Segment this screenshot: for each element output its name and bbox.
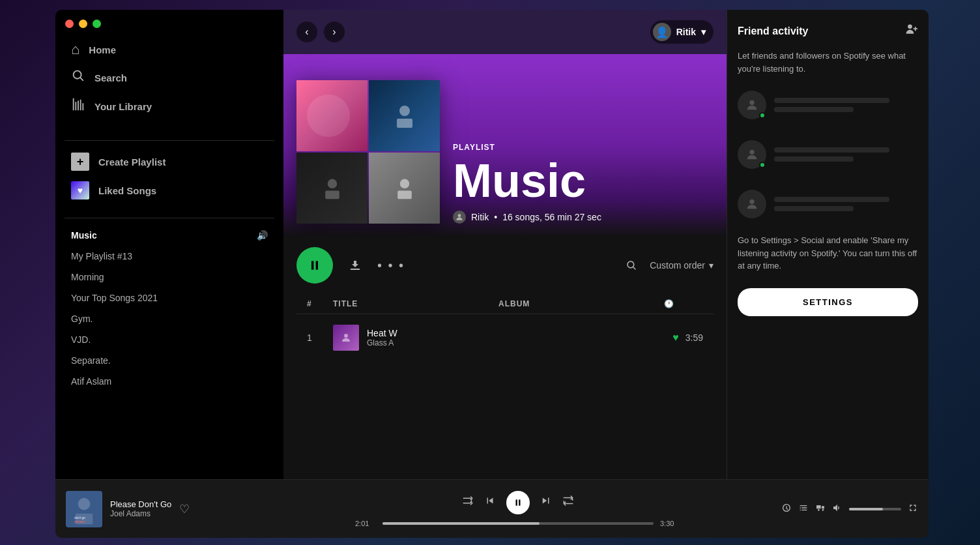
playlist-item-atif-label: Atif Aslam xyxy=(71,376,111,387)
progress-fill xyxy=(382,522,540,525)
friend-line-short-1 xyxy=(774,107,854,112)
previous-button[interactable] xyxy=(484,495,496,510)
liked-songs-item[interactable]: ♥ Liked Songs xyxy=(62,176,277,205)
queue-button[interactable] xyxy=(798,503,809,516)
playlist-item-music-right: 🔊 xyxy=(257,230,268,241)
sidebar-playlists: Music 🔊 My Playlist #13 Morning Your Top… xyxy=(55,225,283,479)
svg-point-11 xyxy=(749,100,754,105)
playlist-info: PLAYLIST Music Ritik • 16 songs, 56 min … xyxy=(453,143,713,224)
main-layout: ⌂ Home Search Your Library xyxy=(55,10,929,479)
col-title: TITLE xyxy=(333,299,498,308)
playlist-item-music-label: Music xyxy=(71,230,97,241)
playlist-item-music[interactable]: Music 🔊 xyxy=(62,225,277,246)
sidebar-item-search[interactable]: Search xyxy=(62,63,277,92)
svg-rect-22 xyxy=(822,506,824,508)
volume-button[interactable] xyxy=(832,503,843,516)
svg-rect-8 xyxy=(316,261,318,269)
playlist-item-gym-label: Gym. xyxy=(71,314,93,324)
friend-activity-header: Friend activity xyxy=(738,23,918,39)
playlist-item-gym[interactable]: Gym. xyxy=(62,308,277,329)
table-row[interactable]: 1 Heat W Glass A ♥ 3:59 xyxy=(296,319,713,356)
home-icon: ⌂ xyxy=(71,41,79,58)
nav-arrows: ‹ › xyxy=(296,22,345,42)
player-controls xyxy=(462,491,574,514)
more-options-button[interactable]: • • • xyxy=(377,258,405,273)
user-avatar: 👤 xyxy=(653,23,671,41)
maximize-button[interactable] xyxy=(93,20,101,28)
close-button[interactable] xyxy=(65,20,74,28)
svg-text:don't go: don't go xyxy=(74,516,85,520)
next-button[interactable] xyxy=(540,495,552,510)
progress-bar[interactable]: 2:01 3:30 xyxy=(355,520,681,527)
minimize-button[interactable] xyxy=(79,20,87,28)
search-tracks-button[interactable] xyxy=(620,254,643,277)
volume-slider[interactable] xyxy=(849,508,901,510)
cover-cell-2 xyxy=(369,80,440,151)
traffic-lights xyxy=(65,20,101,28)
user-name: Ritik xyxy=(676,27,696,37)
user-menu[interactable]: 👤 Ritik ▾ xyxy=(650,20,713,44)
playlist-item-morning[interactable]: Morning xyxy=(62,267,277,287)
cover-cell-3 xyxy=(296,153,368,224)
sidebar-item-library-label: Your Library xyxy=(94,101,152,112)
friend-line-short-3 xyxy=(774,206,854,211)
friend-lines-1 xyxy=(774,98,918,112)
cover-cell-1 xyxy=(296,80,368,151)
playlist-item-13[interactable]: My Playlist #13 xyxy=(62,246,277,267)
col-album: ALBUM xyxy=(498,299,664,308)
svg-point-10 xyxy=(908,25,912,29)
fullscreen-button[interactable] xyxy=(908,503,918,516)
sidebar-item-home[interactable]: ⌂ Home xyxy=(62,36,277,63)
player-bar: please don't go Please Don't Go Joel Ada… xyxy=(55,479,929,538)
sidebar-item-search-label: Search xyxy=(94,72,127,83)
playlist-play-button[interactable] xyxy=(296,247,333,284)
friend-activity-description: Let friends and followers on Spotify see… xyxy=(738,50,918,75)
create-playlist-item[interactable]: + Create Playlist xyxy=(62,147,277,176)
svg-rect-20 xyxy=(519,499,520,505)
play-pause-button[interactable] xyxy=(506,491,530,514)
track-artist: Glass A xyxy=(367,338,397,347)
track-thumbnail xyxy=(333,325,359,351)
playlist-item-top-songs[interactable]: Your Top Songs 2021 xyxy=(62,287,277,308)
forward-button[interactable]: › xyxy=(324,22,345,42)
svg-point-24 xyxy=(822,509,824,511)
friend-lines-2 xyxy=(774,147,918,162)
lyrics-button[interactable] xyxy=(781,503,792,516)
track-duration: ♥ 3:59 xyxy=(664,332,703,344)
playlist-item-atif[interactable]: Atif Aslam xyxy=(62,371,277,392)
song-count: 16 songs, 56 min 27 sec xyxy=(502,212,601,222)
friend-avatar-1 xyxy=(738,91,766,119)
add-friend-icon[interactable] xyxy=(905,23,918,39)
shuffle-button[interactable] xyxy=(462,495,474,510)
current-time: 2:01 xyxy=(355,520,376,527)
playlist-hero: PLAYLIST Music Ritik • 16 songs, 56 min … xyxy=(283,54,727,237)
col-number: # xyxy=(307,299,333,308)
track-liked-icon[interactable]: ♥ xyxy=(672,332,679,344)
player-center: 2:01 3:30 xyxy=(274,491,762,527)
total-time: 3:30 xyxy=(660,520,681,527)
sidebar-item-library[interactable]: Your Library xyxy=(62,92,277,121)
controls-bar: • • • Custom order ▾ xyxy=(283,237,727,294)
svg-point-13 xyxy=(749,199,754,204)
like-button[interactable]: ♡ xyxy=(179,502,190,516)
download-button[interactable] xyxy=(343,254,367,277)
progress-track[interactable] xyxy=(382,522,654,525)
top-nav: ‹ › 👤 Ritik ▾ xyxy=(283,10,727,54)
playlist-item-vjd[interactable]: VJD. xyxy=(62,329,277,350)
online-dot-1 xyxy=(759,112,766,119)
svg-rect-5 xyxy=(397,190,412,199)
friend-line-long-2 xyxy=(774,147,889,153)
svg-rect-21 xyxy=(816,505,821,508)
svg-point-15 xyxy=(78,497,91,510)
friend-activity-cta: Go to Settings > Social and enable 'Shar… xyxy=(738,234,918,272)
custom-order-button[interactable]: Custom order ▾ xyxy=(650,260,713,271)
back-button[interactable]: ‹ xyxy=(296,22,317,42)
controls-right: Custom order ▾ xyxy=(620,254,713,277)
repeat-button[interactable] xyxy=(562,495,574,510)
now-playing-actions: ♡ xyxy=(179,502,190,516)
connect-device-button[interactable] xyxy=(815,503,826,516)
playlist-item-separate[interactable]: Separate. xyxy=(62,350,277,371)
svg-rect-1 xyxy=(397,119,412,128)
settings-button[interactable]: SETTINGS xyxy=(738,288,918,316)
create-playlist-label: Create Playlist xyxy=(98,156,166,168)
